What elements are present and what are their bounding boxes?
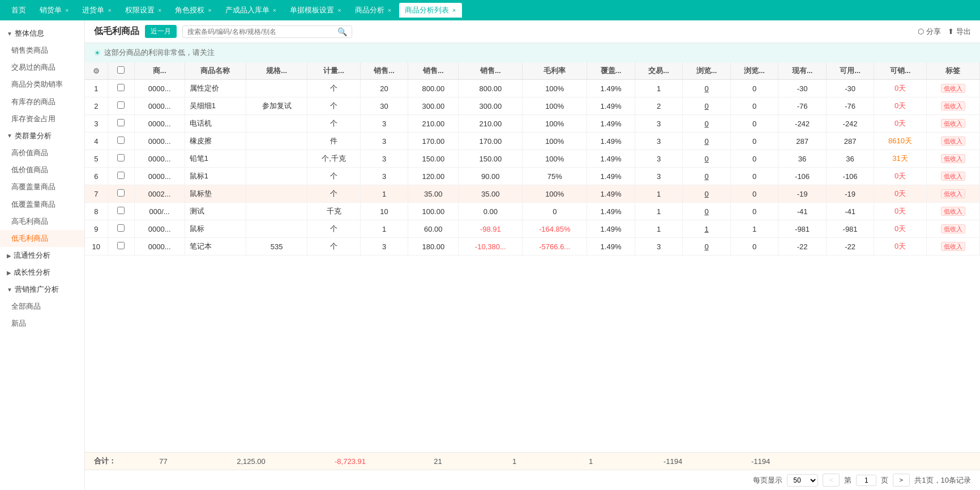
sidebar-item-traded-goods[interactable]: 交易过的商品 [0, 59, 84, 76]
period-button[interactable]: 近一月 [145, 25, 177, 38]
nav-close-template[interactable]: × [337, 7, 341, 14]
sidebar-item-high-margin[interactable]: 高毛利商品 [0, 213, 84, 230]
cell-name-1[interactable]: 吴细细1 [185, 97, 246, 115]
cell-check-0[interactable] [108, 80, 134, 97]
nav-close-permission[interactable]: × [158, 7, 161, 14]
nav-close-goods-list[interactable]: × [452, 7, 456, 14]
export-button[interactable]: ⬆ 导出 [948, 27, 971, 37]
cell-check-9[interactable] [108, 238, 134, 255]
cell-view1-0[interactable]: 0 [683, 80, 731, 97]
cell-name-5[interactable]: 鼠标1 [185, 168, 246, 185]
row-checkbox-9[interactable] [117, 242, 125, 249]
cell-name-7[interactable]: 测试 [185, 203, 246, 220]
cell-name-8[interactable]: 鼠标 [185, 220, 246, 238]
row-checkbox-7[interactable] [117, 207, 125, 214]
view1-link-6[interactable]: 0 [704, 190, 708, 198]
cell-view1-6[interactable]: 0 [683, 185, 731, 203]
cell-coverage-0: 1.49% [587, 80, 635, 97]
sidebar-item-stock-goods[interactable]: 有库存的商品 [0, 93, 84, 110]
nav-item-home[interactable]: 首页 [6, 3, 32, 18]
nav-item-role[interactable]: 角色授权 × [169, 3, 217, 18]
row-checkbox-4[interactable] [117, 154, 125, 161]
view1-link-2[interactable]: 0 [704, 120, 708, 128]
cell-name-6[interactable]: 鼠标垫 [185, 185, 246, 203]
sidebar-item-stock-funds[interactable]: 库存资金占用 [0, 110, 84, 127]
sidebar-group-overall[interactable]: ▼ 整体信息 [0, 25, 84, 42]
view1-link-5[interactable]: 0 [704, 172, 708, 181]
col-check-all[interactable] [108, 62, 134, 80]
sidebar-item-low-coverage[interactable]: 低覆盖量商品 [0, 196, 84, 213]
row-checkbox-3[interactable] [117, 137, 125, 144]
cell-view1-1[interactable]: 0 [683, 97, 731, 115]
cell-view1-8[interactable]: 1 [683, 220, 731, 238]
nav-close-sales[interactable]: × [65, 7, 69, 14]
nav-item-product-in[interactable]: 产成品入库单 × [220, 3, 282, 18]
sidebar-item-new-goods[interactable]: 新品 [0, 315, 84, 332]
nav-item-goods-analysis[interactable]: 商品分析 × [349, 3, 397, 18]
cell-check-6[interactable] [108, 185, 134, 203]
view1-link-7[interactable]: 0 [704, 207, 708, 216]
cell-stock-7: -41 [778, 203, 827, 220]
cell-name-9[interactable]: 笔记本 [185, 238, 246, 255]
cell-name-3[interactable]: 橡皮擦 [185, 133, 246, 150]
next-page-button[interactable]: ＞ [893, 474, 910, 487]
cell-view1-9[interactable]: 0 [683, 238, 731, 255]
cell-name-4[interactable]: 铅笔1 [185, 150, 246, 168]
view1-link-1[interactable]: 0 [704, 102, 708, 110]
search-input[interactable] [187, 28, 337, 36]
cell-num-5: 6 [85, 168, 108, 185]
nav-item-permission[interactable]: 权限设置 × [119, 3, 167, 18]
cell-view1-4[interactable]: 0 [683, 150, 731, 168]
row-checkbox-0[interactable] [117, 84, 125, 91]
nav-item-template[interactable]: 单据模板设置 × [284, 3, 346, 18]
view1-link-8[interactable]: 1 [704, 225, 708, 233]
page-input[interactable] [856, 475, 876, 486]
col-stock: 现有... [778, 62, 827, 80]
cell-view1-7[interactable]: 0 [683, 203, 731, 220]
nav-item-purchase[interactable]: 进货单 × [76, 3, 117, 18]
sidebar-item-category-rate[interactable]: 商品分类助销率 [0, 76, 84, 93]
prev-page-button[interactable]: ＜ [823, 474, 840, 487]
sidebar-group-cluster[interactable]: ▼ 类群量分析 [0, 127, 84, 144]
cell-check-4[interactable] [108, 150, 134, 168]
cell-name-0[interactable]: 属性定价 [185, 80, 246, 97]
sidebar-group-growth[interactable]: ▶ 成长性分析 [0, 264, 84, 281]
cell-check-5[interactable] [108, 168, 134, 185]
sidebar-group-marketing[interactable]: ▼ 营销推广分析 [0, 281, 84, 298]
row-checkbox-5[interactable] [117, 172, 125, 179]
row-checkbox-8[interactable] [117, 224, 125, 232]
row-checkbox-1[interactable] [117, 101, 125, 109]
view1-link-4[interactable]: 0 [704, 155, 708, 163]
cell-name-2[interactable]: 电话机 [185, 115, 246, 133]
view1-link-9[interactable]: 0 [704, 242, 708, 251]
nav-close-purchase[interactable]: × [108, 7, 111, 14]
cell-view1-2[interactable]: 0 [683, 115, 731, 133]
nav-close-goods-analysis[interactable]: × [388, 7, 391, 14]
nav-item-goods-list[interactable]: 商品分析列表 × [399, 3, 461, 18]
share-button[interactable]: ⬡ 分享 [918, 27, 941, 37]
sidebar-item-all-goods[interactable]: 全部商品 [0, 298, 84, 315]
cell-check-8[interactable] [108, 220, 134, 238]
cell-view1-5[interactable]: 0 [683, 168, 731, 185]
sidebar-group-flow[interactable]: ▶ 流通性分析 [0, 247, 84, 264]
sidebar-item-low-margin[interactable]: 低毛利商品 [0, 230, 84, 247]
nav-item-sales[interactable]: 销货单 × [34, 3, 74, 18]
sidebar-item-high-value[interactable]: 高价值商品 [0, 144, 84, 161]
sidebar-item-high-coverage[interactable]: 高覆盖量商品 [0, 178, 84, 195]
row-checkbox-6[interactable] [117, 189, 125, 197]
check-all[interactable] [117, 66, 125, 74]
col-setting[interactable]: ⚙ [85, 62, 108, 80]
row-checkbox-2[interactable] [117, 119, 125, 126]
cell-check-7[interactable] [108, 203, 134, 220]
nav-close-role[interactable]: × [208, 7, 211, 14]
cell-check-1[interactable] [108, 97, 134, 115]
cell-check-3[interactable] [108, 133, 134, 150]
sidebar-item-sales-goods[interactable]: 销售类商品 [0, 42, 84, 59]
cell-view1-3[interactable]: 0 [683, 133, 731, 150]
view1-link-0[interactable]: 0 [704, 84, 708, 93]
sidebar-item-low-value[interactable]: 低价值商品 [0, 161, 84, 178]
nav-close-product-in[interactable]: × [273, 7, 276, 14]
page-size-select[interactable]: 10 20 50 100 [787, 474, 818, 487]
cell-check-2[interactable] [108, 115, 134, 133]
view1-link-3[interactable]: 0 [704, 137, 708, 146]
